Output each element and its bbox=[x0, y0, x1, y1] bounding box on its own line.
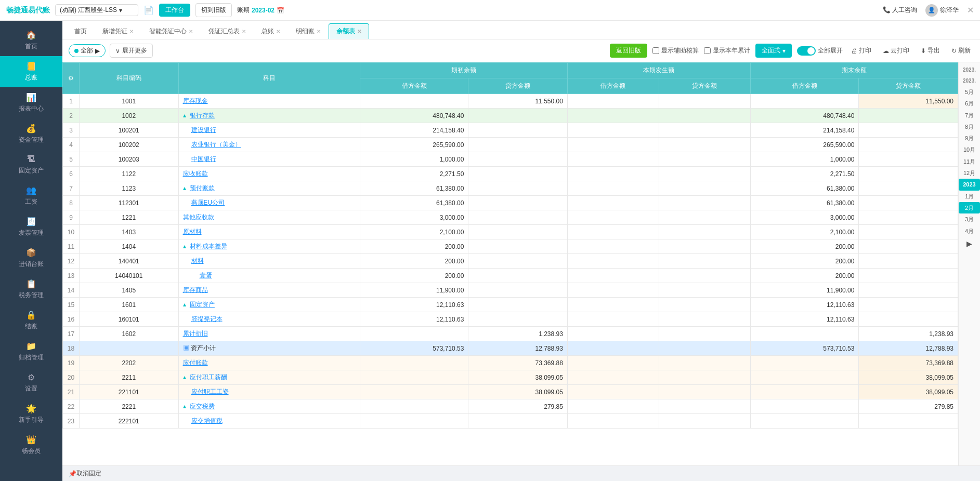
tab-general-ledger[interactable]: 总账 ✕ bbox=[254, 23, 288, 39]
calendar-icon[interactable]: 📅 bbox=[277, 7, 284, 14]
timeline-month-12[interactable]: 12月 bbox=[959, 167, 980, 179]
sidebar-item-reports[interactable]: 📊 报表中心 bbox=[0, 87, 62, 118]
timeline-year-2023-active[interactable]: 2023 bbox=[959, 179, 980, 190]
sidebar-item-archive[interactable]: 📁 归档管理 bbox=[0, 336, 62, 367]
print-button[interactable]: 🖨 打印 bbox=[848, 44, 874, 57]
refresh-button[interactable]: ↻ 刷新 bbox=[948, 44, 974, 57]
company-selector[interactable]: (劝副) 江西殷坐-LSS ▾ bbox=[55, 4, 138, 16]
sidebar-item-tax[interactable]: 📋 税务管理 bbox=[0, 274, 62, 305]
timeline-month-7[interactable]: 7月 bbox=[959, 110, 980, 121]
account-name[interactable]: 应收账款 bbox=[178, 167, 360, 181]
debit-open bbox=[360, 399, 468, 414]
sidebar-item-fixed-assets[interactable]: 🏗 固定资产 bbox=[0, 150, 62, 180]
debit-open: 12,110.63 bbox=[360, 298, 468, 312]
account-name[interactable]: 应付职工工资 bbox=[178, 385, 360, 399]
account-name[interactable]: 材料 bbox=[178, 254, 360, 269]
sidebar-item-guide[interactable]: 🌟 新手引导 bbox=[0, 398, 62, 430]
tab-smart-voucher[interactable]: 智能凭证中心 ✕ bbox=[141, 23, 201, 39]
consultant-label[interactable]: 📞 人工咨询 bbox=[883, 6, 917, 15]
tab-home[interactable]: 首页 bbox=[67, 23, 95, 39]
current-period-header: 本期发生额 bbox=[567, 63, 750, 78]
account-name[interactable]: 应交增值税 bbox=[178, 414, 360, 429]
account-name[interactable]: 累计折旧 bbox=[178, 327, 360, 341]
sidebar-item-payroll[interactable]: 👥 工资 bbox=[0, 180, 62, 211]
expand-all-toggle[interactable]: 全部展开 bbox=[797, 46, 843, 56]
account-name[interactable]: ▴ 固定资产 bbox=[178, 298, 360, 312]
account-name[interactable]: 壹蛋 bbox=[178, 269, 360, 283]
tab-balance[interactable]: 余额表 ✕ bbox=[329, 23, 369, 39]
tab-voucher-summary-close[interactable]: ✕ bbox=[242, 29, 246, 34]
full-mode-button[interactable]: 全面式 ▾ bbox=[755, 44, 792, 58]
cancel-pin-label[interactable]: 取消固定 bbox=[76, 469, 101, 478]
debit-cur bbox=[567, 312, 659, 327]
account-name[interactable]: ▴ 应交税费 bbox=[178, 399, 360, 414]
account-name[interactable]: 原材料 bbox=[178, 225, 360, 239]
timeline-month-10[interactable]: 10月 bbox=[959, 144, 980, 155]
account-name[interactable]: ▴ 材料成本差异 bbox=[178, 239, 360, 254]
account-name[interactable]: 中国银行 bbox=[178, 152, 360, 167]
debit-open bbox=[360, 327, 468, 341]
tab-new-voucher-close[interactable]: ✕ bbox=[129, 29, 134, 34]
sidebar-item-invoice[interactable]: 🧾 发票管理 bbox=[0, 211, 62, 243]
timeline-month-9[interactable]: 9月 bbox=[959, 132, 980, 144]
timeline-month-3[interactable]: 3月 bbox=[959, 213, 980, 225]
row-num: 7 bbox=[63, 181, 80, 196]
account-name[interactable]: ▴ 预付账款 bbox=[178, 181, 360, 196]
account-name[interactable]: ▴ 应付职工薪酬 bbox=[178, 370, 360, 385]
account-name[interactable]: 其他应收款 bbox=[178, 210, 360, 225]
filter-all[interactable]: 全部 ▶ bbox=[69, 44, 106, 57]
show-ytd-checkbox-label[interactable]: 显示本年累计 bbox=[704, 46, 750, 55]
timeline-month-11[interactable]: 11月 bbox=[959, 156, 980, 167]
timeline-month-6[interactable]: 6月 bbox=[959, 98, 980, 109]
timeline-month-2-active[interactable]: 2月 bbox=[959, 202, 980, 213]
show-aux-checkbox[interactable] bbox=[652, 47, 659, 54]
export-button[interactable]: ⬇ 导出 bbox=[918, 44, 943, 57]
period-end-header: 期末余额 bbox=[750, 63, 958, 78]
sidebar-item-home[interactable]: 🏠 首页 bbox=[0, 25, 62, 56]
tab-smart-voucher-close[interactable]: ✕ bbox=[189, 29, 193, 34]
account-code: 1403 bbox=[80, 225, 179, 239]
timeline-month-4[interactable]: 4月 bbox=[959, 225, 980, 237]
timeline-month-1[interactable]: 1月 bbox=[959, 191, 980, 202]
expand-more-button[interactable]: ∨ 展开更多 bbox=[110, 44, 153, 58]
sidebar-item-settings[interactable]: ⚙ 设置 bbox=[0, 367, 62, 398]
timeline-month-8[interactable]: 8月 bbox=[959, 121, 980, 132]
switch-old-version-button[interactable]: 切到旧版 bbox=[195, 3, 232, 17]
sidebar-item-member[interactable]: 👑 畅会员 bbox=[0, 430, 62, 461]
sidebar-item-capital[interactable]: 💰 资金管理 bbox=[0, 118, 62, 150]
account-name[interactable]: 建设银行 bbox=[178, 123, 360, 138]
account-name[interactable]: 应付账款 bbox=[178, 356, 360, 370]
timeline-month-5[interactable]: 5月 bbox=[959, 86, 980, 98]
workbench-button[interactable]: 工作台 bbox=[159, 4, 190, 17]
cloud-print-button[interactable]: ☁ 云打印 bbox=[880, 44, 912, 57]
debit-cur bbox=[567, 298, 659, 312]
phone-icon: 📞 bbox=[883, 6, 891, 14]
sidebar-item-ledger[interactable]: 📒 总账 bbox=[0, 56, 62, 87]
tab-balance-close[interactable]: ✕ bbox=[357, 29, 361, 34]
account-name[interactable]: ▴ 银行存款 bbox=[178, 109, 360, 123]
sidebar-item-purchase-sales[interactable]: 📦 进销台账 bbox=[0, 243, 62, 274]
tab-detail-ledger-close[interactable]: ✕ bbox=[317, 29, 321, 34]
tab-detail-ledger[interactable]: 明细账 ✕ bbox=[288, 23, 329, 39]
timeline-expand-icon[interactable]: ▶ bbox=[959, 237, 980, 250]
sidebar-item-closing[interactable]: 🔒 结账 bbox=[0, 305, 62, 336]
tab-new-voucher[interactable]: 新增凭证 ✕ bbox=[95, 23, 141, 39]
account-name[interactable]: 燕属EU公司 bbox=[178, 196, 360, 210]
tab-voucher-summary[interactable]: 凭证汇总表 ✕ bbox=[201, 23, 254, 39]
close-icon[interactable]: ✕ bbox=[967, 5, 974, 15]
account-name[interactable]: 胚提凳记本 bbox=[178, 312, 360, 327]
table-row: 202211▴ 应付职工薪酬38,099.0538,099.05 bbox=[63, 370, 958, 385]
back-old-version-button[interactable]: 返回旧版 bbox=[610, 44, 647, 58]
account-name[interactable]: 库存商品 bbox=[178, 283, 360, 298]
credit-end: 38,099.05 bbox=[859, 370, 958, 385]
debit-cur bbox=[567, 152, 659, 167]
debit-cur bbox=[567, 94, 659, 109]
toggle-switch[interactable] bbox=[797, 46, 816, 56]
tab-general-ledger-close[interactable]: ✕ bbox=[276, 29, 280, 34]
debit-cur bbox=[567, 341, 659, 356]
account-name[interactable]: 农业银行（美金） bbox=[178, 138, 360, 152]
debit-end: 61,380.00 bbox=[750, 196, 859, 210]
show-ytd-checkbox[interactable] bbox=[704, 47, 711, 54]
show-aux-checkbox-label[interactable]: 显示辅助核算 bbox=[652, 46, 699, 55]
account-name[interactable]: 库存现金 bbox=[178, 94, 360, 109]
